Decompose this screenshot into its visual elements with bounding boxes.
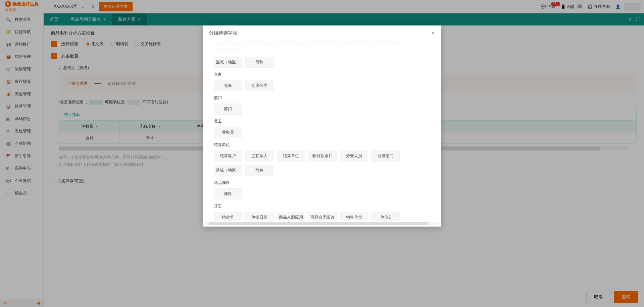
modal-backdrop[interactable] [0,0,644,13]
